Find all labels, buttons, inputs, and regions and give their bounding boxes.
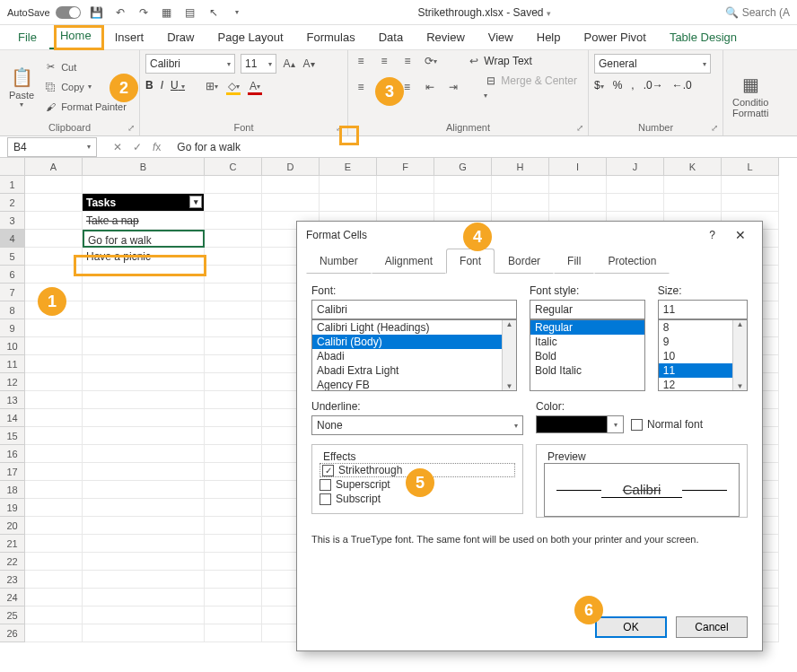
cell[interactable] (25, 481, 83, 499)
row-header[interactable]: 15 (0, 427, 25, 445)
col-header[interactable]: C (205, 158, 262, 176)
cell[interactable] (83, 284, 205, 301)
enter-formula-icon[interactable]: ✓ (133, 141, 142, 153)
cell[interactable] (377, 176, 434, 194)
cell[interactable] (262, 176, 320, 194)
row-header[interactable]: 21 (0, 535, 25, 553)
cell[interactable] (205, 481, 262, 499)
row-header[interactable]: 26 (0, 624, 25, 642)
cell[interactable]: Have a picnic (83, 248, 205, 266)
bold-button[interactable]: B (145, 79, 153, 93)
row-header[interactable]: 20 (0, 517, 25, 535)
row-header[interactable]: 13 (0, 391, 25, 409)
cell[interactable] (492, 176, 549, 194)
row-header[interactable]: 7 (0, 284, 25, 301)
cell[interactable] (83, 535, 205, 553)
cell[interactable] (25, 194, 83, 212)
row-header[interactable]: 10 (0, 337, 25, 355)
cell[interactable] (377, 194, 434, 212)
clipboard-launcher-icon[interactable]: ⤢ (125, 121, 137, 134)
row-header[interactable]: 24 (0, 589, 25, 607)
row-header[interactable]: 12 (0, 373, 25, 391)
cell[interactable] (83, 517, 205, 535)
italic-button[interactable]: I (161, 79, 163, 93)
row-header[interactable]: 3 (0, 212, 25, 230)
row-header[interactable]: 18 (0, 481, 25, 499)
col-header[interactable]: H (492, 158, 549, 176)
cell[interactable] (83, 553, 205, 571)
scrollbar[interactable] (732, 320, 747, 390)
number-launcher-icon[interactable]: ⤢ (708, 121, 721, 134)
cell[interactable] (205, 499, 262, 517)
dialog-titlebar[interactable]: Format Cells ? ✕ (297, 222, 762, 249)
cell[interactable] (434, 176, 492, 194)
cell[interactable] (205, 284, 262, 301)
cell[interactable] (205, 194, 262, 212)
cell[interactable] (205, 553, 262, 571)
align-middle-icon[interactable]: ≡ (377, 54, 391, 68)
cell[interactable] (25, 212, 83, 230)
cell[interactable] (664, 176, 722, 194)
cell[interactable] (83, 266, 205, 284)
row-header[interactable]: 19 (0, 499, 25, 517)
col-header[interactable]: E (320, 158, 377, 176)
col-header[interactable]: J (607, 158, 664, 176)
help-icon[interactable]: ? (709, 229, 715, 241)
tab-view[interactable]: View (477, 25, 524, 49)
align-left-icon[interactable]: ≡ (354, 80, 368, 94)
color-combo[interactable]: ▾ (536, 415, 624, 433)
scrollbar[interactable] (502, 320, 516, 390)
col-header[interactable]: I (549, 158, 607, 176)
cell[interactable] (205, 391, 262, 409)
cell[interactable] (205, 248, 262, 266)
save-icon[interactable]: 💾 (90, 5, 104, 20)
dtab-fill[interactable]: Fill (554, 249, 594, 274)
cell[interactable] (83, 624, 205, 642)
cell[interactable]: Tasks▾ (83, 194, 205, 212)
cell[interactable] (205, 571, 262, 589)
cell[interactable] (83, 176, 205, 194)
tab-table-design[interactable]: Table Design (659, 25, 748, 49)
cell[interactable] (722, 194, 779, 212)
list-item[interactable]: Abadi (312, 349, 516, 363)
list-item[interactable]: Italic (530, 335, 644, 349)
cell[interactable]: Take a nap (83, 212, 205, 230)
undo-icon[interactable]: ↶ (113, 5, 127, 20)
row-header[interactable]: 17 (0, 463, 25, 481)
underline-combo[interactable]: None▾ (311, 415, 523, 435)
cell[interactable] (205, 445, 262, 463)
list-item[interactable]: Agency FB (312, 378, 516, 391)
cell[interactable] (83, 481, 205, 499)
ok-button[interactable]: OK (595, 616, 667, 638)
format-painter-button[interactable]: 🖌Format Painter (43, 97, 127, 117)
conditional-formatting-button[interactable]: ▦ Conditio Formatti (729, 70, 772, 120)
toggle-switch-icon[interactable] (56, 6, 81, 19)
fill-color-icon[interactable]: ◇▾ (226, 79, 241, 93)
tab-insert[interactable]: Insert (104, 25, 155, 49)
col-header[interactable]: B (83, 158, 205, 176)
currency-icon[interactable]: $▾ (594, 79, 604, 92)
cell[interactable] (83, 571, 205, 589)
cell[interactable] (83, 391, 205, 409)
cell[interactable] (205, 337, 262, 355)
dtab-protection[interactable]: Protection (594, 249, 670, 274)
cell[interactable] (205, 589, 262, 607)
tab-review[interactable]: Review (416, 25, 476, 49)
tab-draw[interactable]: Draw (156, 25, 205, 49)
cell[interactable] (25, 373, 83, 391)
row-header[interactable]: 9 (0, 319, 25, 337)
cell[interactable] (25, 391, 83, 409)
cell[interactable] (25, 589, 83, 607)
cell[interactable] (607, 194, 664, 212)
increase-indent-icon[interactable]: ⇥ (446, 80, 460, 94)
cell[interactable] (205, 373, 262, 391)
fx-icon[interactable]: fx (153, 141, 161, 153)
number-format-combo[interactable]: General▾ (594, 54, 711, 74)
cell[interactable] (25, 535, 83, 553)
row-header[interactable]: 23 (0, 571, 25, 589)
row-header[interactable]: 14 (0, 409, 25, 427)
row-header[interactable]: 8 (0, 301, 25, 319)
qat-dropdown-icon[interactable]: ▾ (230, 5, 244, 20)
cell[interactable] (83, 589, 205, 607)
cell[interactable] (205, 355, 262, 373)
